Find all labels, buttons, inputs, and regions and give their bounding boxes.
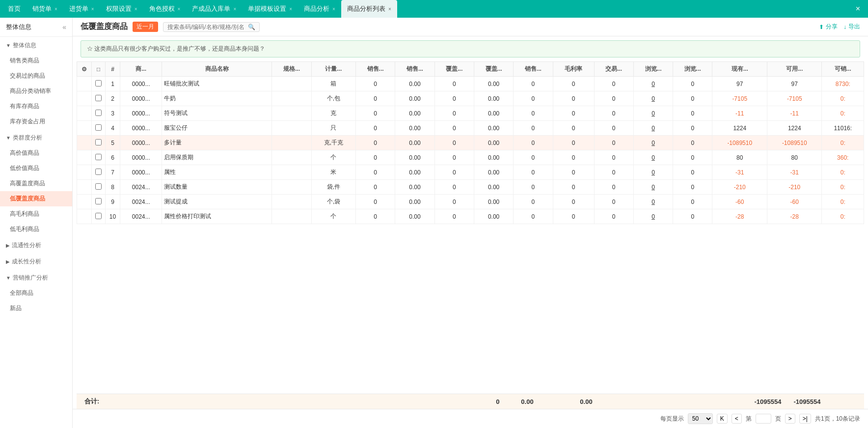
cell-check[interactable]: [92, 195, 106, 209]
cell-saleable: 0:: [822, 180, 864, 195]
cell-check[interactable]: [92, 77, 106, 91]
nav-home[interactable]: 首页: [2, 0, 27, 18]
col-header-cover1[interactable]: 覆盖...: [434, 62, 474, 77]
nav-close-sales-order[interactable]: ×: [54, 6, 57, 12]
sidebar-toggle-button[interactable]: «: [62, 23, 66, 31]
close-all-button[interactable]: ×: [850, 4, 866, 13]
prev-page-button[interactable]: <: [732, 414, 742, 424]
col-header-trade[interactable]: 交易...: [594, 62, 633, 77]
nav-production-inbound[interactable]: 产成品入库单 ×: [186, 0, 242, 18]
search-icon[interactable]: 🔍: [248, 24, 255, 30]
col-header-stock[interactable]: 现有...: [712, 62, 767, 77]
cell-check[interactable]: [92, 165, 106, 180]
cell-check[interactable]: [92, 106, 106, 121]
cell-cover1: 0: [434, 121, 474, 136]
sidebar-item-low-margin[interactable]: 低毛利商品: [0, 222, 72, 237]
sidebar-group-title-liquidity[interactable]: ▶ 流通性分析: [0, 238, 72, 253]
sidebar-item-category-turnover[interactable]: 商品分类动销率: [0, 84, 72, 99]
nav-sales-order[interactable]: 销货单 ×: [27, 0, 63, 18]
sidebar-group-title-overall[interactable]: ▼ 整体信息: [0, 38, 72, 53]
sidebar-item-high-value[interactable]: 高价值商品: [0, 145, 72, 161]
cell-sales-amt: 0.00: [395, 209, 434, 224]
nav-close-doc-template[interactable]: ×: [289, 6, 292, 12]
cell-saleable: 0:: [822, 106, 864, 121]
nav-close-product-analysis[interactable]: ×: [332, 6, 335, 12]
date-filter-button[interactable]: 近一月: [133, 22, 158, 32]
col-header-available[interactable]: 可用...: [767, 62, 822, 77]
sidebar-group-title-cluster[interactable]: ▼ 类群度分析: [0, 130, 72, 145]
page-number-input[interactable]: 1: [756, 414, 771, 424]
cell-browse1[interactable]: 0: [633, 91, 673, 106]
cell-trade: 0: [594, 121, 633, 136]
cell-check[interactable]: [92, 180, 106, 195]
cell-no: 5: [106, 136, 120, 150]
cell-browse1[interactable]: 0: [633, 209, 673, 224]
cell-cover2: 0.00: [474, 150, 513, 165]
col-header-name[interactable]: 商品名称: [162, 62, 272, 77]
page-label-after: 页: [775, 415, 781, 423]
cell-browse1[interactable]: 0: [633, 165, 673, 180]
sidebar-item-low-value[interactable]: 低价值商品: [0, 161, 72, 176]
sidebar-item-high-coverage[interactable]: 高覆盖度商品: [0, 176, 72, 191]
sidebar-item-stocked-products[interactable]: 有库存商品: [0, 99, 72, 114]
cell-browse1[interactable]: 0: [633, 150, 673, 165]
last-page-button[interactable]: >|: [799, 414, 811, 424]
cell-name: 旺铺批次测试: [162, 77, 272, 91]
nav-close-product-analysis-list[interactable]: ×: [388, 6, 391, 12]
sidebar-group-title-marketing[interactable]: ▼ 营销推广分析: [0, 270, 72, 285]
nav-close-permissions[interactable]: ×: [135, 6, 137, 12]
nav-doc-template[interactable]: 单据模板设置 ×: [242, 0, 298, 18]
next-page-button[interactable]: >: [785, 414, 795, 424]
export-button[interactable]: ↓ 导出: [843, 23, 860, 31]
col-header-browse2[interactable]: 浏览...: [673, 62, 712, 77]
page-size-select[interactable]: 50 100 200: [688, 413, 713, 424]
col-header-check[interactable]: □: [92, 62, 106, 77]
cell-browse1[interactable]: 0: [633, 106, 673, 121]
cell-check[interactable]: [92, 121, 106, 136]
cell-browse1[interactable]: 0: [633, 195, 673, 209]
cell-code: 0000...: [120, 136, 162, 150]
share-button[interactable]: ⬆ 分享: [819, 23, 838, 31]
cell-settings: [77, 77, 92, 91]
col-header-gross-margin[interactable]: 毛利率: [553, 62, 594, 77]
sidebar-group-title-growth[interactable]: ▶ 成长性分析: [0, 254, 72, 269]
nav-close-purchase-order[interactable]: ×: [91, 6, 94, 12]
col-header-spec[interactable]: 规格...: [272, 62, 311, 77]
first-page-button[interactable]: K: [717, 414, 728, 424]
nav-close-production-inbound[interactable]: ×: [233, 6, 236, 12]
sidebar-item-sales-products[interactable]: 销售类商品: [0, 53, 72, 68]
cell-stock: 1224: [712, 121, 767, 136]
sidebar-item-low-coverage[interactable]: 低覆盖度商品: [0, 191, 72, 206]
col-header-sales-qty[interactable]: 销售...: [355, 62, 395, 77]
col-header-sales-amt[interactable]: 销售...: [395, 62, 434, 77]
sidebar-item-all-products[interactable]: 全部商品: [0, 285, 72, 301]
sidebar-item-stock-capital[interactable]: 库存资金占用: [0, 114, 72, 129]
nav-purchase-order[interactable]: 进货单 ×: [63, 0, 100, 18]
cell-check[interactable]: [92, 150, 106, 165]
nav-permissions[interactable]: 权限设置 ×: [100, 0, 143, 18]
col-header-saleable[interactable]: 可销...: [822, 62, 864, 77]
col-header-code[interactable]: 商...: [120, 62, 162, 77]
col-header-settings[interactable]: ⚙: [77, 62, 92, 77]
cell-stock: -7105: [712, 91, 767, 106]
cell-browse1[interactable]: 0: [633, 136, 673, 150]
cell-browse1[interactable]: 0: [633, 77, 673, 91]
search-input[interactable]: [167, 24, 246, 30]
arrow-icon-growth: ▶: [6, 259, 10, 264]
cell-browse1[interactable]: 0: [633, 180, 673, 195]
nav-product-analysis[interactable]: 商品分析 ×: [298, 0, 341, 18]
col-header-browse1[interactable]: 浏览...: [633, 62, 673, 77]
cell-browse1[interactable]: 0: [633, 121, 673, 136]
col-header-cover2[interactable]: 覆盖...: [474, 62, 513, 77]
sidebar-item-new-products[interactable]: 新品: [0, 301, 72, 316]
cell-check[interactable]: [92, 209, 106, 224]
cell-check[interactable]: [92, 91, 106, 106]
col-header-sales-extra[interactable]: 销售...: [514, 62, 553, 77]
nav-close-role-auth[interactable]: ×: [178, 6, 181, 12]
nav-product-analysis-list[interactable]: 商品分析列表 ×: [341, 0, 397, 18]
cell-check[interactable]: [92, 136, 106, 150]
sidebar-item-traded-products[interactable]: 交易过的商品: [0, 68, 72, 84]
sidebar-item-high-margin[interactable]: 高毛利商品: [0, 206, 72, 222]
nav-role-auth[interactable]: 角色授权 ×: [143, 0, 187, 18]
col-header-unit[interactable]: 计量...: [311, 62, 355, 77]
